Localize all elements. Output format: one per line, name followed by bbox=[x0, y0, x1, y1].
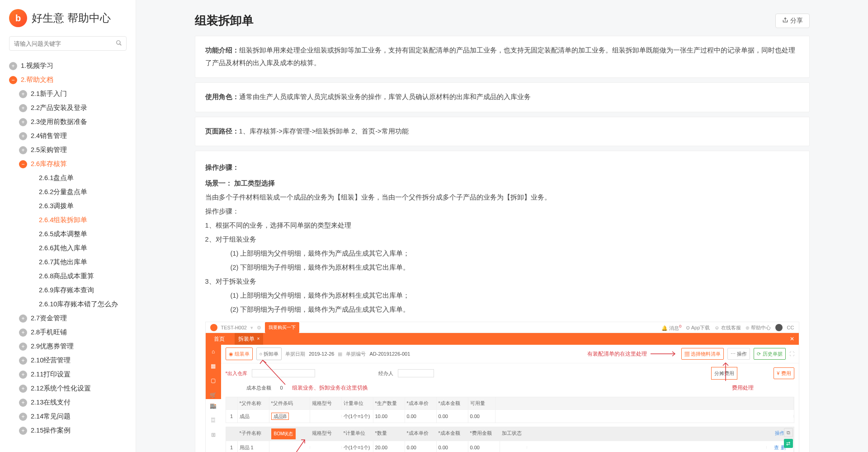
search-input[interactable] bbox=[9, 36, 127, 51]
nav-label: 2.13在线支付 bbox=[31, 398, 71, 407]
nav-label: 2.12系统个性化设置 bbox=[31, 384, 91, 393]
plus-icon[interactable]: + bbox=[19, 118, 27, 126]
nav-item[interactable]: +2.3使用前数据准备 bbox=[9, 115, 127, 129]
total-cost-label: 成本总金额 bbox=[246, 383, 271, 393]
nav-item[interactable]: +2.7资金管理 bbox=[9, 311, 127, 325]
warehouse-input bbox=[252, 369, 315, 377]
plus-icon[interactable]: + bbox=[19, 427, 27, 435]
share-label: 分享 bbox=[790, 17, 803, 25]
brand: b 好生意 帮助中心 bbox=[9, 9, 127, 27]
avatar-icon bbox=[775, 324, 783, 331]
nav-item[interactable]: +1.视频学习 bbox=[9, 59, 127, 73]
table-row: 1 成品 成品B 个(1个=1个) 10.00 0.00 0.00 0.00 bbox=[226, 409, 794, 423]
nav-item[interactable]: +2.8手机旺铺 bbox=[9, 325, 127, 339]
nav-item[interactable]: 2.6.7其他出库单 bbox=[9, 255, 127, 269]
nav-label: 1.视频学习 bbox=[21, 62, 53, 70]
mock-logo-icon bbox=[210, 324, 217, 331]
expand-icon: ⛶ bbox=[789, 349, 794, 359]
nav-item[interactable]: +2.1新手入门 bbox=[9, 87, 127, 101]
nav-item[interactable]: 2.6.10库存账本错了怎么办 bbox=[9, 297, 127, 311]
step-2a: (1) 上部明细为父件明细，最终作为产成品生成其它入库单； bbox=[205, 247, 799, 260]
nav-label: 2.6.7其他出库单 bbox=[39, 258, 87, 266]
nav-item[interactable]: 2.6.5成本调整单 bbox=[9, 227, 127, 241]
nav-item[interactable]: +2.9优惠券管理 bbox=[9, 339, 127, 353]
plus-icon[interactable]: + bbox=[19, 399, 27, 407]
title-row: 组装拆卸单 分享 bbox=[186, 0, 819, 36]
plus-icon[interactable]: + bbox=[19, 385, 27, 393]
nav-item[interactable]: +2.4销售管理 bbox=[9, 129, 127, 143]
th: 规格型号 bbox=[310, 427, 342, 441]
nav-label: 2.4销售管理 bbox=[31, 132, 67, 140]
nav-item[interactable]: +2.10经营管理 bbox=[9, 353, 127, 367]
history-btn: ⟳ 历史单据 bbox=[754, 348, 785, 360]
share-button[interactable]: 分享 bbox=[775, 14, 810, 28]
nav-item[interactable]: +2.5采购管理 bbox=[9, 143, 127, 157]
nav-item[interactable]: 2.6.3调拨单 bbox=[9, 199, 127, 213]
nav-item[interactable]: +2.11打印设置 bbox=[9, 367, 127, 381]
docno-label: 单据编号 bbox=[346, 349, 366, 359]
plus-icon[interactable]: + bbox=[19, 343, 27, 351]
search-icon[interactable] bbox=[116, 40, 122, 48]
nav-item[interactable]: 2.6.1盘点单 bbox=[9, 171, 127, 185]
plus-icon[interactable]: + bbox=[19, 104, 27, 112]
intro-text: 组装拆卸单用来处理企业组装或拆卸等加工业务，支持有固定装配清单的产品加工业务，也… bbox=[205, 47, 795, 67]
nav-item[interactable]: +2.2产品安装及登录 bbox=[9, 101, 127, 115]
plus-icon[interactable]: + bbox=[19, 328, 27, 337]
mock-topbar: TEST-H002 ▾ ⚙ 我要购买一下 🔔 消息0 ⊙ App下载 ☺ 在线客… bbox=[206, 322, 799, 333]
plus-icon[interactable]: + bbox=[19, 371, 27, 379]
nav-item[interactable]: +2.14常见问题 bbox=[9, 409, 127, 423]
mock-tab-active: 拆装单× bbox=[235, 333, 264, 345]
doc-icon: ▦ bbox=[209, 362, 217, 370]
wallet-icon: ☲ bbox=[209, 416, 217, 424]
plus-icon[interactable]: + bbox=[19, 314, 27, 323]
th: *成本单价 bbox=[405, 427, 437, 441]
brand-title: 好生意 帮助中心 bbox=[32, 11, 111, 25]
scene-desc: 当由多个子件材料组装成一个成品的业务为【组装】业务，当由一个父件拆分成多个子产品… bbox=[205, 191, 799, 204]
page-title: 组装拆卸单 bbox=[195, 13, 254, 29]
close-icon: × bbox=[257, 334, 260, 343]
plus-icon[interactable]: + bbox=[9, 62, 17, 70]
nav-label: 2.8手机旺铺 bbox=[31, 328, 67, 337]
nav-item[interactable]: 2.6.4组装拆卸单 bbox=[9, 213, 127, 227]
note-template: 有装配清单的在这里处理 bbox=[587, 348, 647, 359]
minus-icon[interactable]: − bbox=[9, 76, 17, 84]
main: 组装拆卸单 分享 功能介绍：组装拆卸单用来处理企业组装或拆卸等加工业务，支持有固… bbox=[136, 0, 868, 452]
plus-icon[interactable]: + bbox=[19, 90, 27, 98]
calendar-icon: ▦ bbox=[338, 349, 342, 359]
nav-label: 2.14常见问题 bbox=[31, 412, 71, 421]
th: 规格型号 bbox=[310, 397, 342, 409]
parent-table: *父件名称 *父件条码 规格型号 计量单位 *生产数量 *成本单价 *成本金额 … bbox=[226, 397, 794, 423]
nav-item[interactable]: +2.13在线支付 bbox=[9, 395, 127, 409]
date-value: 2019-12-26 bbox=[309, 349, 334, 359]
note-cost: 费用处理 bbox=[732, 382, 754, 393]
svg-point-0 bbox=[117, 41, 120, 44]
share-icon bbox=[782, 17, 788, 24]
mock-user: CC bbox=[787, 323, 794, 333]
intro-label: 功能介绍： bbox=[205, 47, 239, 54]
plus-icon[interactable]: + bbox=[19, 357, 27, 365]
nav-item[interactable]: 2.6.2分量盘点单 bbox=[9, 185, 127, 199]
plus-icon[interactable]: + bbox=[19, 146, 27, 154]
plus-icon[interactable]: + bbox=[19, 132, 27, 140]
minus-icon[interactable]: − bbox=[19, 160, 27, 168]
brand-logo: b bbox=[9, 9, 27, 27]
nav-item[interactable]: −2.帮助文档 bbox=[9, 73, 127, 87]
nav-item[interactable]: +2.15操作案例 bbox=[9, 423, 127, 438]
close-panel-icon: ✕ bbox=[790, 333, 794, 344]
th: *计量单位 bbox=[342, 427, 373, 441]
plus-icon[interactable]: + bbox=[19, 413, 27, 421]
role-label: 使用角色： bbox=[205, 93, 239, 100]
mock-help: ⊙ 帮助中心 bbox=[745, 323, 771, 333]
role-card: 使用角色：通常由生产人员或库管人员完成拆装业务的操作，库管人员确认原材料的出库和… bbox=[195, 82, 810, 112]
mock-sidebar-lower: 🏬 ☲ ⊞ bbox=[206, 399, 221, 452]
nav-item[interactable]: 2.6.6其他入库单 bbox=[9, 241, 127, 255]
nav-item[interactable]: 2.6.8商品成本重算 bbox=[9, 269, 127, 283]
mock-tenant: TEST-H002 bbox=[221, 323, 247, 333]
nav-item[interactable]: −2.6库存核算 bbox=[9, 157, 127, 171]
nav-item[interactable]: 2.6.9库存账本查询 bbox=[9, 283, 127, 297]
step-3: 3、对于拆装业务 bbox=[205, 275, 799, 288]
step-2: 2、对于组装业务 bbox=[205, 233, 799, 246]
table-row: 1用品 1个(1个=1个)20.000.000.000.00查 删 bbox=[226, 441, 794, 452]
nav-item[interactable]: +2.12系统个性化设置 bbox=[9, 381, 127, 395]
step-1: 1、根据不同的业务，选择不同单据的类型来处理 bbox=[205, 219, 799, 232]
